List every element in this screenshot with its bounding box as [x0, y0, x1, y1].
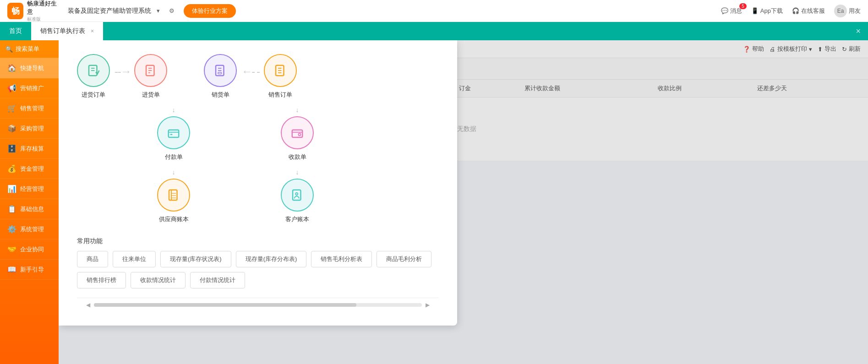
- message-badge: 5: [739, 3, 747, 9]
- nav-close-button[interactable]: ×: [856, 27, 868, 36]
- sidebar-item-newbie[interactable]: 📖 新手引导: [0, 260, 59, 280]
- quick-nav-popup: 进货订单 - - →: [59, 40, 457, 326]
- sidebar-item-label: 经营管理: [20, 185, 44, 193]
- func-btn-product[interactable]: 商品: [77, 251, 108, 267]
- main-layout: 🔍 搜索菜单 🏠 快捷导航 📢 营销推广 🛒 销售管理 📦 采购管理 🗄️ 库存…: [0, 40, 868, 364]
- flow-col-supplier: ↓: [153, 168, 195, 223]
- flow-node-purchase-order[interactable]: 进货订单: [77, 54, 110, 99]
- search-icon: 🔍: [5, 46, 13, 53]
- top-bar: 畅 畅康通好生意 标准版 装备及固定资产辅助管理系统 ▾ ⚙ 体验行业方案 💬 …: [0, 0, 868, 22]
- finance-icon: 💰: [7, 164, 16, 173]
- sidebar-item-label: 基础信息: [20, 205, 44, 213]
- trial-button[interactable]: 体验行业方案: [184, 4, 236, 18]
- scroll-track[interactable]: [94, 303, 422, 307]
- sidebar-item-label: 采购管理: [20, 125, 44, 133]
- tab-sales-order-label: 销售订单执行表: [40, 27, 85, 35]
- system-icon: ⚙️: [7, 225, 16, 234]
- receipt-order-label: 收款单: [289, 153, 306, 161]
- top-bar-right: 💬 消息 5 📱 App下载 🎧 在线客服 Ea 用友: [721, 5, 861, 17]
- tab-home[interactable]: 首页: [0, 22, 31, 40]
- tab-close-icon[interactable]: ×: [91, 28, 94, 34]
- func-buttons: 商品 往来单位 现存量(库存状况表) 现存量(库存分布表) 销售毛利分析表 商品…: [77, 251, 439, 267]
- sidebar-search-label: 搜索菜单: [16, 45, 39, 53]
- supplier-ledger-label: 供应商账本: [159, 215, 189, 223]
- settings-button[interactable]: ⚙: [165, 5, 178, 17]
- svg-point-20: [299, 133, 301, 136]
- purchase-bill-label: 进货单: [142, 91, 160, 99]
- func-btn-sales-gross[interactable]: 销售毛利分析表: [311, 251, 372, 267]
- sales-icon: 🛒: [7, 104, 16, 113]
- flow-col-customer: ↓ 客户账本: [276, 168, 318, 223]
- content-area: ❓ 帮助 🖨 按模板打印 ▾ ⬆ 导出 ↻ 刷新: [59, 40, 868, 364]
- tab-home-label: 首页: [9, 27, 22, 35]
- sidebar-item-inventory[interactable]: 🗄️ 库存核算: [0, 139, 59, 159]
- flow-node-sales-order[interactable]: 销售订单: [264, 54, 297, 99]
- payment-order-label: 付款单: [165, 153, 183, 161]
- arrow-down-customer: ↓: [296, 168, 299, 176]
- svg-point-27: [295, 193, 298, 195]
- sales-order-icon: [264, 54, 297, 87]
- system-title: 装备及固定资产辅助管理系统: [68, 7, 151, 15]
- flow-node-customer-ledger[interactable]: 客户账本: [281, 179, 314, 223]
- system-dropdown-icon[interactable]: ▾: [157, 7, 160, 14]
- sidebar-search[interactable]: 🔍 搜索菜单: [0, 40, 59, 58]
- receipt-order-icon: [281, 116, 314, 149]
- sidebar-item-operations[interactable]: 📊 经营管理: [0, 179, 59, 199]
- func-buttons-row2: 销售排行榜 收款情况统计 付款情况统计: [77, 272, 439, 288]
- arrow-down-payment: ↓: [172, 106, 175, 114]
- func-btn-sales-ranking[interactable]: 销售排行榜: [77, 272, 126, 288]
- func-btn-recv-stats[interactable]: 收款情况统计: [131, 272, 186, 288]
- sidebar-item-sales[interactable]: 🛒 销售管理: [0, 98, 59, 119]
- flow-node-receipt-order[interactable]: 收款单: [281, 116, 314, 161]
- sidebar-item-quick-nav[interactable]: 🏠 快捷导航: [0, 58, 59, 78]
- sidebar-item-basic[interactable]: 📋 基础信息: [0, 199, 59, 219]
- flow-node-payment-order[interactable]: 付款单: [157, 116, 190, 161]
- arrow-purchase-order-to-bill: - - →: [110, 65, 134, 78]
- flow-node-sales-bill[interactable]: 销货单: [204, 54, 237, 99]
- sidebar-item-marketing[interactable]: 📢 营销推广: [0, 78, 59, 98]
- flow-node-purchase-bill[interactable]: 进货单: [134, 54, 167, 99]
- sidebar-item-system[interactable]: ⚙️ 系统管理: [0, 219, 59, 239]
- online-service-button[interactable]: 🎧 在线客服: [792, 7, 825, 15]
- flow-node-supplier-ledger[interactable]: 供应商账本: [157, 179, 190, 223]
- svg-rect-21: [169, 190, 177, 201]
- svg-rect-10: [218, 72, 222, 74]
- func-btn-pay-stats[interactable]: 付款情况统计: [190, 272, 245, 288]
- func-btn-stock-status[interactable]: 现存量(库存状况表): [160, 251, 231, 267]
- headset-icon: 🎧: [792, 7, 799, 14]
- purchase-icon: 📦: [7, 124, 16, 133]
- flow-col-payment: ↓ 付款单: [153, 106, 195, 161]
- basic-icon: 📋: [7, 205, 16, 213]
- arrow-down-supplier: ↓: [172, 168, 175, 176]
- sidebar-item-label: 快捷导航: [20, 64, 44, 72]
- logo-area: 畅 畅康通好生意 标准版: [7, 0, 62, 22]
- func-btn-stock-dist[interactable]: 现存量(库存分布表): [236, 251, 307, 267]
- phone-icon: 📱: [751, 7, 759, 14]
- user-menu[interactable]: Ea 用友: [834, 5, 861, 17]
- func-btn-partners[interactable]: 往来单位: [113, 251, 156, 267]
- app-download-button[interactable]: 📱 App下载: [751, 7, 783, 15]
- sidebar-item-purchase[interactable]: 📦 采购管理: [0, 119, 59, 139]
- message-button[interactable]: 💬 消息 5: [721, 7, 742, 15]
- customer-ledger-icon: [281, 179, 314, 212]
- sidebar-item-label: 资金管理: [20, 165, 44, 173]
- sidebar-item-finance[interactable]: 💰 资金管理: [0, 159, 59, 179]
- scroll-left-icon[interactable]: ◀: [86, 302, 90, 308]
- sales-order-label: 销售订单: [268, 91, 292, 99]
- cooperation-icon: 🤝: [7, 245, 16, 254]
- sales-bill-icon: [204, 54, 237, 87]
- online-service-label: 在线客服: [801, 7, 825, 15]
- func-btn-product-gross[interactable]: 商品毛利分析: [377, 251, 431, 267]
- sidebar-item-cooperation[interactable]: 🤝 企业协同: [0, 239, 59, 260]
- newbie-icon: 📖: [7, 265, 16, 274]
- scroll-thumb: [94, 303, 356, 307]
- tab-sales-order[interactable]: 销售订单执行表 ×: [31, 22, 103, 40]
- logo-icon: 畅: [7, 3, 23, 19]
- home-icon: 🏠: [7, 64, 16, 72]
- purchase-bill-icon: [134, 54, 167, 87]
- purchase-order-icon: [77, 54, 110, 87]
- sidebar-item-label: 系统管理: [20, 225, 44, 234]
- user-label: 用友: [849, 7, 861, 15]
- arrow-down-receipt: ↓: [296, 106, 299, 114]
- scroll-right-icon[interactable]: ▶: [426, 302, 430, 308]
